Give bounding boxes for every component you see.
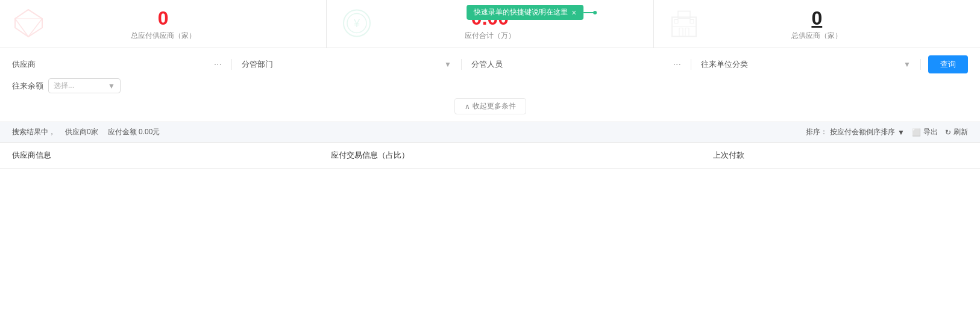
refresh-label: 刷新 bbox=[953, 127, 968, 137]
person-label: 分管人员 bbox=[471, 59, 503, 70]
svg-text:¥: ¥ bbox=[353, 17, 360, 29]
col-header-transaction: 应付交易信息（占比） bbox=[331, 150, 713, 161]
stat-label-total-suppliers: 总供应商（家） bbox=[791, 31, 842, 41]
stat-label-payable-total: 应付合计（万） bbox=[465, 31, 515, 41]
department-arrow-icon[interactable]: ▼ bbox=[444, 60, 451, 69]
svg-rect-11 bbox=[674, 19, 678, 23]
balance-arrow-icon: ▼ bbox=[108, 82, 115, 90]
department-label: 分管部门 bbox=[242, 59, 273, 70]
stat-label-payable-suppliers: 总应付供应商（家） bbox=[131, 31, 196, 41]
stat-total-payable-suppliers: 0 总应付供应商（家） bbox=[0, 0, 327, 48]
supplier-dots-icon[interactable]: ··· bbox=[214, 59, 222, 70]
filter-supplier: 供应商 ··· bbox=[12, 59, 232, 70]
collapse-label: 收起更多条件 bbox=[473, 101, 516, 111]
person-dots-icon[interactable]: ··· bbox=[673, 59, 681, 70]
supplier-input[interactable] bbox=[40, 60, 212, 69]
coin-icon: ¥ bbox=[339, 5, 375, 43]
stat-number-payable-suppliers: 0 bbox=[158, 7, 169, 29]
export-label: 导出 bbox=[923, 127, 938, 137]
filter-department: 分管部门 ▼ bbox=[232, 59, 462, 70]
stat-payable-total: ¥ 0.00 应付合计（万） 快速录单的快捷键说明在这里 × bbox=[327, 0, 653, 48]
person-input[interactable] bbox=[507, 60, 671, 69]
unit-category-label: 往来单位分类 bbox=[701, 59, 748, 70]
tooltip-close-button[interactable]: × bbox=[571, 8, 576, 17]
collapse-icon: ∧ bbox=[465, 102, 470, 111]
result-payable-amount: 应付金额 0.00元 bbox=[108, 127, 160, 137]
refresh-icon: ↻ bbox=[945, 128, 951, 137]
sort-arrow-icon: ▼ bbox=[897, 128, 905, 137]
sort-button[interactable]: 排序： 按应付会额倒序排序 ▼ bbox=[806, 127, 905, 137]
filter-row-2: 往来余额 选择... ▼ bbox=[12, 78, 968, 93]
filter-unit-category: 往来单位分类 ▼ bbox=[691, 59, 921, 70]
balance-placeholder: 选择... bbox=[54, 81, 74, 91]
refresh-button[interactable]: ↻ 刷新 bbox=[945, 127, 968, 137]
svg-rect-12 bbox=[690, 19, 694, 23]
export-button[interactable]: ⬜ 导出 bbox=[912, 127, 938, 137]
shortcut-tooltip: 快速录单的快捷键说明在这里 × bbox=[466, 5, 583, 20]
diamond-icon bbox=[12, 7, 45, 42]
filter-balance: 往来余额 选择... ▼ bbox=[12, 78, 130, 93]
result-supplier-count: 供应商0家 bbox=[65, 127, 98, 137]
result-actions: 排序： 按应付会额倒序排序 ▼ ⬜ 导出 ↻ 刷新 bbox=[806, 127, 968, 137]
filter-bar: 供应商 ··· 分管部门 ▼ 分管人员 ··· 往来单位分类 ▼ 查询 往来余额 bbox=[0, 48, 980, 122]
filter-person: 分管人员 ··· bbox=[462, 59, 691, 70]
sort-label: 排序： bbox=[806, 127, 828, 137]
export-icon: ⬜ bbox=[912, 128, 921, 137]
balance-select[interactable]: 选择... ▼ bbox=[48, 78, 121, 93]
stats-bar: 0 总应付供应商（家） ¥ 0.00 应付合计（万） 快速录单的快捷键说明在这里… bbox=[0, 0, 980, 48]
table-header: 供应商信息 应付交易信息（占比） 上次付款 bbox=[0, 143, 980, 169]
stat-number-total-suppliers: 0 bbox=[811, 7, 822, 29]
building-icon bbox=[666, 5, 702, 43]
result-prefix: 搜索结果中， bbox=[12, 127, 55, 137]
tooltip-dot bbox=[592, 10, 598, 16]
stat-total-suppliers: 0 总供应商（家） bbox=[654, 0, 980, 48]
balance-label: 往来余额 bbox=[12, 81, 43, 91]
result-info: 搜索结果中， 供应商0家 应付金额 0.00元 bbox=[12, 127, 160, 137]
svg-rect-10 bbox=[685, 28, 689, 36]
supplier-label: 供应商 bbox=[12, 59, 36, 70]
query-button[interactable]: 查询 bbox=[928, 55, 968, 73]
sort-value: 按应付会额倒序排序 bbox=[830, 127, 895, 137]
filter-row-1: 供应商 ··· 分管部门 ▼ 分管人员 ··· 往来单位分类 ▼ 查询 bbox=[12, 55, 968, 73]
svg-rect-9 bbox=[679, 28, 683, 36]
unit-category-arrow-icon[interactable]: ▼ bbox=[903, 60, 911, 69]
unit-category-input[interactable] bbox=[753, 60, 901, 69]
col-header-supplier: 供应商信息 bbox=[12, 150, 331, 161]
tooltip-text: 快速录单的快捷键说明在这里 bbox=[474, 7, 568, 17]
table-body bbox=[0, 169, 980, 310]
svg-marker-0 bbox=[15, 10, 42, 37]
collapse-button[interactable]: ∧ 收起更多条件 bbox=[454, 98, 526, 114]
result-bar: 搜索结果中， 供应商0家 应付金额 0.00元 排序： 按应付会额倒序排序 ▼ … bbox=[0, 122, 980, 143]
department-input[interactable] bbox=[278, 60, 442, 69]
svg-marker-1 bbox=[15, 10, 42, 37]
col-header-lastpay: 上次付款 bbox=[713, 150, 968, 161]
